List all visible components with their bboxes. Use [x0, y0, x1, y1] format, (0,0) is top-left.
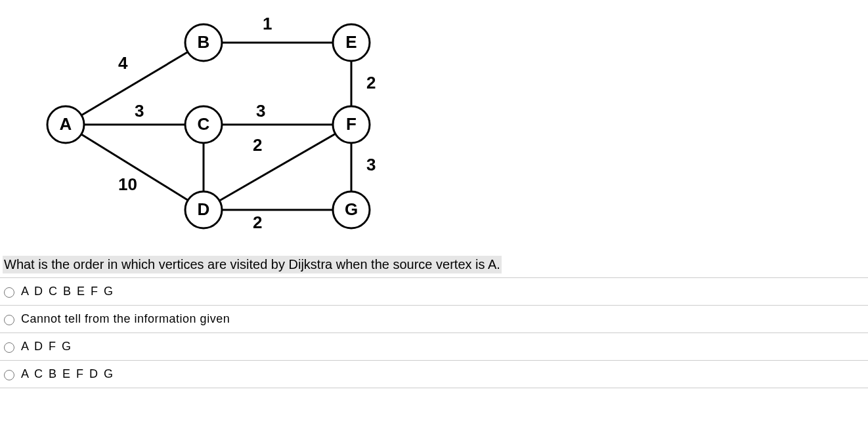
node-label-E: E: [345, 32, 357, 52]
option-label-2: A D F G: [21, 340, 72, 353]
edge-weight-E-F: 2: [366, 73, 376, 92]
edge-D-F: [219, 134, 336, 201]
option-label-1: Cannot tell from the information given: [21, 312, 230, 326]
options-list: A D C B E F GCannot tell from the inform…: [0, 277, 868, 388]
option-label-0: A D C B E F G: [21, 285, 114, 298]
node-label-B: B: [198, 32, 210, 52]
node-label-A: A: [60, 114, 72, 134]
edge-weight-A-B: 4: [118, 53, 128, 73]
graph-svg: 4310132223ABCDEFG: [26, 7, 420, 243]
node-label-C: C: [198, 114, 210, 134]
option-radio-1[interactable]: [4, 315, 14, 325]
node-label-F: F: [346, 114, 357, 134]
option-label-3: A C B E F D G: [21, 367, 114, 381]
option-radio-0[interactable]: [4, 287, 14, 298]
edge-weight-A-C: 3: [135, 101, 144, 121]
question-text: What is the order in which vertices are …: [3, 256, 502, 273]
option-row-2[interactable]: A D F G: [0, 332, 868, 360]
option-row-1[interactable]: Cannot tell from the information given: [0, 305, 868, 332]
option-row-3[interactable]: A C B E F D G: [0, 360, 868, 388]
graph-diagram: 4310132223ABCDEFG: [26, 7, 420, 243]
option-radio-2[interactable]: [4, 342, 14, 353]
node-label-G: G: [345, 199, 358, 219]
question-block: What is the order in which vertices are …: [0, 256, 868, 388]
edge-weight-A-D: 10: [118, 174, 137, 194]
edge-weight-D-G: 2: [253, 212, 262, 232]
edge-weight-F-G: 3: [366, 155, 376, 174]
option-radio-3[interactable]: [4, 370, 14, 380]
edge-weight-B-E: 1: [263, 14, 272, 33]
edge-weight-C-F: 3: [256, 101, 265, 121]
option-row-0[interactable]: A D C B E F G: [0, 277, 868, 305]
edge-weight-C-D: 2: [253, 135, 262, 155]
node-label-D: D: [198, 199, 210, 219]
